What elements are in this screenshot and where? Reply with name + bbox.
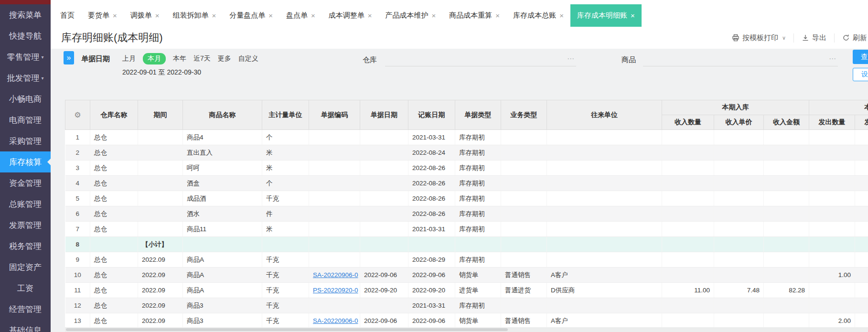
sidebar-item-14[interactable]: 工资 [0,278,51,299]
quick-option-4[interactable]: 近7天 [193,54,211,63]
table-row[interactable]: 3总仓呵呵米2022-08-26库存期初 [65,161,868,176]
cell-in_amount [764,222,809,237]
table-row[interactable]: 7总仓商品11米2021-03-31库存期初 [65,222,868,237]
table-row[interactable]: 10总仓2022.09商品A千克SA-20220906-02022-09-062… [65,268,868,283]
sidebar-item-2[interactable]: 快捷导航 [0,25,51,46]
sidebar-item-6[interactable]: 电商管理 [0,109,51,130]
col-header-product: 商品名称 [183,100,262,130]
cell-product: 商品A [183,268,262,283]
cell-in_price [714,161,764,176]
tab-10[interactable]: 库存成本总账× [506,4,570,27]
product-input[interactable]: ⋯ [643,53,838,66]
close-icon[interactable]: × [559,12,564,19]
cell-doc_date: 2022-09-06 [360,268,408,283]
table-row[interactable]: 6总仓酒水件2022-08-26库存期初 [65,206,868,222]
sidebar-item-label: 库存核算 [9,157,42,168]
close-icon[interactable]: × [495,12,500,19]
quick-option-6[interactable]: 自定义 [238,54,258,63]
tab-5[interactable]: 分量盘点单× [223,4,279,27]
cell-in_amount [764,206,809,222]
quick-option-1[interactable]: 上月 [122,54,136,63]
close-icon[interactable]: × [311,12,315,19]
sidebar-item-11[interactable]: 发票管理 [0,214,51,236]
cell-doc_date [360,252,408,268]
document-code-link[interactable]: SA-20220906-0 [313,317,358,324]
document-code-link[interactable]: SA-20220906-0 [313,271,358,278]
cell-in_amount [764,313,809,328]
tab-4[interactable]: 组装拆卸单× [166,4,223,27]
horizontal-scrollbar[interactable] [65,327,868,332]
cell-out_price [855,176,868,191]
close-icon[interactable]: × [113,12,117,19]
document-code-link[interactable]: PS-20220920-0 [313,287,358,294]
col-header-out_price: 发出单价 [855,115,868,130]
close-icon[interactable]: × [212,12,216,19]
table-row[interactable]: 4总仓酒盒个2022-08-26库存期初 [65,176,868,191]
date-range-value[interactable]: 2022-09-01 至 2022-09-30 [122,68,201,77]
sidebar-item-8[interactable]: 库存核算 [0,151,51,172]
chevron-down-icon[interactable]: ∨ [782,35,786,41]
tab-2[interactable]: 要货单× [81,4,124,27]
cell-code [309,130,360,145]
tab-7[interactable]: 成本调整单× [322,4,379,27]
close-icon[interactable]: × [368,12,372,19]
scrollbar-thumb[interactable] [66,328,508,331]
cell-in_amount [764,237,809,252]
quick-option-3[interactable]: 本年 [173,54,186,63]
close-icon[interactable]: × [268,12,273,19]
sidebar-item-13[interactable]: 固定资产 [0,257,51,278]
cell-unit: 千克 [262,191,309,206]
cell-out_qty [809,191,855,206]
expand-panel-button[interactable]: » [64,51,74,64]
cell-in_price [714,206,764,222]
cell-in_amount [764,191,809,206]
sidebar-item-5[interactable]: 小畅电商 [0,88,51,109]
sidebar-item-7[interactable]: 采购管理 [0,130,51,151]
table-row[interactable]: 8【小计】 [65,237,868,252]
query-button[interactable]: 查询 [853,50,868,64]
cell-doc_type: 库存期初 [455,130,501,145]
close-icon[interactable]: × [631,12,635,19]
tab-9[interactable]: 商品成本重算× [442,4,506,27]
close-icon[interactable]: × [432,12,436,19]
sidebar-item-12[interactable]: 税务管理 [0,236,51,257]
warehouse-input[interactable]: ⋯ [385,53,576,66]
close-icon[interactable]: × [155,12,160,19]
table-row[interactable]: 9总仓2022.09商品A千克2022-08-29库存期初 [65,252,868,268]
sidebar-item-9[interactable]: 资金管理 [0,172,51,193]
table-row[interactable]: 12总仓2022.09商品3千克2021-03-31库存期初 [65,298,868,313]
product-picker-ellipsis-icon[interactable]: ⋯ [829,54,836,63]
warehouse-picker-ellipsis-icon[interactable]: ⋯ [567,54,574,63]
tab-1[interactable]: 首页 [54,4,81,27]
export-button[interactable]: 导出 [793,33,834,43]
tab-3[interactable]: 调拨单× [124,4,166,27]
tab-8[interactable]: 产品成本维护× [379,4,443,27]
tab-11[interactable]: 库存成本明细账× [570,4,642,27]
tab-6[interactable]: 盘点单× [279,4,322,27]
quick-option-5[interactable]: 更多 [218,54,231,63]
refresh-button[interactable]: 刷新 [834,33,868,43]
cell-out_qty: 2.00 [809,313,855,328]
table-row[interactable]: 11总仓2022.09商品A千克PS-20220920-02022-09-202… [65,283,868,298]
cell-in_price [714,237,764,252]
sidebar-item-4[interactable]: 批发管理▾ [0,67,51,88]
sidebar-item-16[interactable]: 基础信息 [0,320,51,332]
cell-book_date: 2022-09-06 [408,313,455,328]
sidebar-item-1[interactable]: 搜索菜单 [0,4,51,25]
sidebar-item-label: 电商管理 [9,115,42,126]
sidebar-item-15[interactable]: 经营管理 [0,299,51,320]
sidebar-item-10[interactable]: 总账管理 [0,193,51,214]
cell-doc_date [360,130,408,145]
cell-in_qty [662,268,714,283]
table-row[interactable]: 13总仓2022.09商品3千克SA-20220906-02022-09-062… [65,313,868,328]
table-row[interactable]: 5总仓成品酒千克2022-08-26库存期初 [65,191,868,206]
gear-icon[interactable]: ⚙ [74,111,81,119]
quick-option-2[interactable]: 本月 [143,53,166,64]
settings-button[interactable]: 设置 [853,68,868,81]
sidebar-item-3[interactable]: 零售管理▾ [0,46,51,67]
cell-partner [547,191,662,206]
print-by-template-button[interactable]: 按模板打印 ∨ [724,33,793,43]
table-row[interactable]: 2总仓直出直入米2022-08-24库存期初 [65,145,868,161]
cell-period: 2022.09 [138,252,183,268]
table-row[interactable]: 1总仓商品4个2021-03-31库存期初 [65,130,868,145]
